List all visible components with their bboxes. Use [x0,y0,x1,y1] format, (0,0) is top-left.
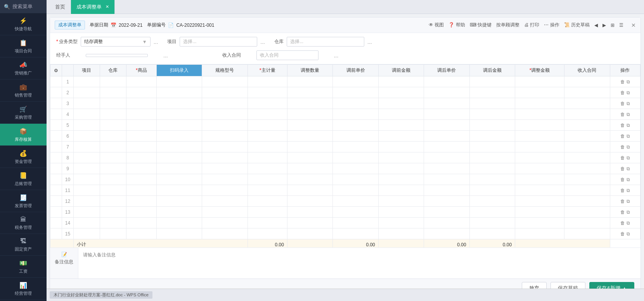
tab-home[interactable]: 首页 [50,0,71,14]
row-pre-amount-cell[interactable] [378,163,424,174]
row-pre-amount-cell[interactable] [378,152,424,163]
row-product-cell[interactable] [126,152,156,163]
col-header-adjust-qty[interactable]: 调整数量 [287,65,332,76]
row-income-contract-cell[interactable] [564,98,610,109]
row-delete-icon[interactable]: 🗑 [620,155,625,161]
row-copy-icon[interactable]: ⧉ [627,231,630,237]
row-adjust-qty-cell[interactable] [287,185,332,196]
row-product-cell[interactable] [126,87,156,98]
row-post-amount-cell[interactable] [469,207,515,218]
row-spec-cell[interactable] [202,207,248,218]
search-menu[interactable]: 🔍 搜索菜单 [0,0,47,13]
row-spec-cell[interactable] [202,98,248,109]
row-scan-cell[interactable] [156,98,202,109]
row-post-amount-cell[interactable] [469,152,515,163]
row-project-cell[interactable] [74,207,100,218]
row-project-cell[interactable] [74,163,100,174]
note-input[interactable] [78,248,641,279]
row-adjust-amount-cell[interactable] [515,98,564,109]
row-pre-amount-cell[interactable] [378,76,424,87]
row-spec-cell[interactable] [202,142,248,152]
row-post-price-cell[interactable] [424,196,469,207]
row-main-unit-cell[interactable] [248,196,287,207]
warehouse-input[interactable]: 选择... [287,37,364,47]
row-main-unit-cell[interactable] [248,163,287,174]
row-adjust-qty-cell[interactable] [287,98,332,109]
row-delete-icon[interactable]: 🗑 [620,188,625,193]
row-warehouse-cell[interactable] [100,185,126,196]
row-post-price-cell[interactable] [424,142,469,152]
row-spec-cell[interactable] [202,185,248,196]
row-delete-icon[interactable]: 🗑 [620,112,625,117]
row-income-contract-cell[interactable] [564,142,610,152]
sidebar-item-finance-mgmt[interactable]: 💰 资金管理 [0,146,47,168]
sidebar-item-sales-promotion[interactable]: 📣 营销推广 [0,57,47,80]
col-header-warehouse[interactable]: 仓库 [100,65,126,76]
row-main-unit-cell[interactable] [248,152,287,163]
row-income-contract-cell[interactable] [564,196,610,207]
row-copy-icon[interactable]: ⧉ [627,188,630,193]
row-post-price-cell[interactable] [424,109,469,120]
row-scan-cell[interactable] [156,218,202,228]
row-delete-icon[interactable]: 🗑 [620,231,625,237]
view-action[interactable]: 👁 视图 [429,22,444,28]
row-income-contract-cell[interactable] [564,109,610,120]
row-adjust-qty-cell[interactable] [287,207,332,218]
row-post-amount-cell[interactable] [469,163,515,174]
row-main-unit-cell[interactable] [248,174,287,185]
row-warehouse-cell[interactable] [100,142,126,152]
row-adjust-amount-cell[interactable] [515,109,564,120]
row-income-contract-cell[interactable] [564,185,610,196]
row-project-cell[interactable] [74,98,100,109]
sidebar-item-quick-nav[interactable]: ⚡ 快捷导航 [0,13,47,35]
row-pre-price-cell[interactable] [333,131,378,142]
row-pre-price-cell[interactable] [333,76,378,87]
tab-cost-adjust[interactable]: 成本调整单 ✕ [71,0,115,14]
row-pre-price-cell[interactable] [333,196,378,207]
row-adjust-qty-cell[interactable] [287,131,332,142]
row-warehouse-cell[interactable] [100,76,126,87]
row-warehouse-cell[interactable] [100,174,126,185]
row-copy-icon[interactable]: ⧉ [627,199,630,204]
row-post-price-cell[interactable] [424,174,469,185]
row-income-contract-cell[interactable] [564,207,610,218]
row-warehouse-cell[interactable] [100,152,126,163]
row-adjust-amount-cell[interactable] [515,174,564,185]
row-income-contract-cell[interactable] [564,163,610,174]
row-post-amount-cell[interactable] [469,185,515,196]
row-main-unit-cell[interactable] [248,185,287,196]
operation-action[interactable]: ⋯ 操作 [544,22,559,28]
sidebar-item-invoice-mgmt[interactable]: 🧾 发票管理 [0,190,47,212]
row-pre-price-cell[interactable] [333,142,378,152]
row-pre-amount-cell[interactable] [378,87,424,98]
row-adjust-amount-cell[interactable] [515,120,564,131]
row-income-contract-cell[interactable] [564,152,610,163]
row-pre-amount-cell[interactable] [378,207,424,218]
close-panel-btn[interactable]: ✕ [631,22,636,28]
row-pre-amount-cell[interactable] [378,185,424,196]
row-delete-icon[interactable]: 🗑 [620,123,625,128]
row-scan-cell[interactable] [156,174,202,185]
row-project-cell[interactable] [74,196,100,207]
row-post-price-cell[interactable] [424,76,469,87]
print-action[interactable]: 🖨 打印 [524,22,539,28]
row-delete-icon[interactable]: 🗑 [620,133,625,139]
col-header-scan-input[interactable]: 扫码录入 [156,65,202,76]
row-delete-icon[interactable]: 🗑 [620,199,625,204]
row-scan-cell[interactable] [156,109,202,120]
row-adjust-qty-cell[interactable] [287,87,332,98]
row-adjust-qty-cell[interactable] [287,228,332,239]
row-adjust-amount-cell[interactable] [515,131,564,142]
row-copy-icon[interactable]: ⧉ [627,166,630,171]
col-header-spec-type[interactable]: 规格型号 [202,65,248,76]
row-product-cell[interactable] [126,142,156,152]
row-project-cell[interactable] [74,76,100,87]
order-adjust-action[interactable]: 按单顾调整 [496,22,519,28]
sidebar-item-tax-mgmt[interactable]: 🏛 税务管理 [0,212,47,234]
row-income-contract-cell[interactable] [564,87,610,98]
col-header-adjust-amount[interactable]: *调整金额 [515,65,564,76]
row-adjust-qty-cell[interactable] [287,109,332,120]
col-header-pre-price[interactable]: 调前单价 [333,65,378,76]
row-spec-cell[interactable] [202,87,248,98]
row-copy-icon[interactable]: ⧉ [627,123,630,128]
